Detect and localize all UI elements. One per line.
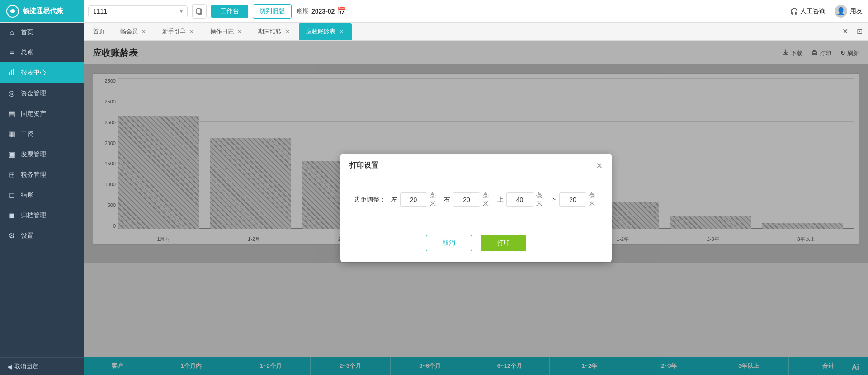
left-unit: 毫米 — [430, 192, 439, 208]
tab-member[interactable]: 畅会员 ✕ — [113, 23, 154, 40]
logo-area: 畅捷通易代账 — [0, 0, 84, 22]
consult-button[interactable]: 🎧 人工咨询 — [790, 7, 826, 15]
top-label: 上 — [497, 196, 504, 204]
sidebar-item-reports[interactable]: 报表中心 — [0, 62, 84, 83]
tab-period-end-label: 期末结转 — [258, 28, 282, 36]
sidebar-label-ledger: 总账 — [21, 48, 33, 56]
tab-aging[interactable]: 应收账龄表 ✕ — [299, 23, 352, 40]
bottom-unit: 毫米 — [589, 192, 598, 208]
sidebar-item-tax[interactable]: ⊞ 税务管理 — [0, 164, 84, 185]
dialog-header: 打印设置 ✕ — [340, 154, 612, 178]
chevron-down-icon: ▾ — [180, 8, 183, 14]
tab-guide-label: 新手引导 — [162, 28, 186, 36]
sidebar-item-settings[interactable]: ⚙ 设置 — [0, 225, 84, 246]
tab-oplog-close[interactable]: ✕ — [236, 28, 243, 35]
tab-window-actions: ✕ ⊡ — [839, 25, 866, 38]
svg-rect-2 — [197, 9, 201, 14]
tab-guide-close[interactable]: ✕ — [189, 28, 195, 35]
right-label: 右 — [444, 196, 450, 204]
assets-icon: ▤ — [7, 109, 16, 118]
period-label: 账期 — [296, 7, 309, 15]
page-content: 应收账龄表 下载 打印 ↻ 刷新 — [84, 41, 868, 375]
sidebar: ⌂ 首页 ≡ 总账 报表中心 ◎ 资金管理 ▤ 固定资产 ▦ — [0, 23, 84, 375]
left-margin-input[interactable] — [400, 192, 427, 207]
sidebar-label-closing: 结账 — [21, 191, 33, 199]
tab-home[interactable]: 首页 — [86, 23, 112, 40]
salary-icon: ▦ — [7, 130, 16, 138]
collapse-icon: ◀ — [7, 363, 12, 370]
sidebar-item-home[interactable]: ⌂ 首页 — [0, 23, 84, 42]
sidebar-label-tax: 税务管理 — [21, 171, 46, 179]
tab-oplog-label: 操作日志 — [210, 28, 234, 36]
sidebar-item-closing[interactable]: ◻ 结账 — [0, 185, 84, 205]
headset-icon: 🎧 — [790, 8, 798, 15]
period-area: 账期 2023-02 📅 — [296, 7, 346, 15]
maximize-window-button[interactable]: ⊡ — [853, 25, 866, 38]
right-margin-input[interactable] — [453, 192, 480, 207]
invoices-icon: ▣ — [7, 150, 16, 159]
logo-text: 畅捷通易代账 — [23, 7, 63, 15]
bottom-margin-input[interactable] — [559, 192, 586, 207]
tab-home-label: 首页 — [93, 28, 105, 36]
dialog-close-button[interactable]: ✕ — [596, 162, 603, 170]
ledger-icon: ≡ — [7, 48, 16, 56]
svg-rect-5 — [13, 69, 14, 75]
sidebar-label-home: 首页 — [21, 28, 33, 37]
svg-rect-4 — [11, 70, 12, 75]
sidebar-item-salary[interactable]: ▦ 工资 — [0, 124, 84, 144]
collapse-label: 取消固定 — [14, 362, 38, 370]
user-area[interactable]: 👤 用友 — [835, 5, 863, 18]
workbench-button[interactable]: 工作台 — [211, 5, 248, 18]
sidebar-label-archive: 归档管理 — [21, 211, 46, 220]
funds-icon: ◎ — [7, 89, 16, 98]
logo-icon — [6, 5, 19, 18]
sidebar-item-funds[interactable]: ◎ 资金管理 — [0, 83, 84, 103]
sidebar-collapse-button[interactable]: ◀ 取消固定 — [0, 357, 84, 375]
dialog-body: 边距调整： 左 毫米 右 毫米 上 — [340, 178, 612, 230]
tab-aging-close[interactable]: ✕ — [338, 28, 344, 35]
copy-button[interactable] — [192, 4, 207, 19]
tab-oplog[interactable]: 操作日志 ✕ — [203, 23, 250, 40]
archive-icon: ◼ — [7, 211, 16, 220]
tab-period-end[interactable]: 期末结转 ✕ — [251, 23, 298, 40]
sidebar-item-assets[interactable]: ▤ 固定资产 — [0, 103, 84, 124]
sidebar-item-invoices[interactable]: ▣ 发票管理 — [0, 144, 84, 164]
home-icon: ⌂ — [7, 28, 16, 37]
sidebar-label-reports: 报表中心 — [21, 69, 46, 77]
margin-row: 边距调整： 左 毫米 右 毫米 上 — [354, 192, 598, 208]
print-confirm-button[interactable]: 打印 — [481, 235, 526, 251]
top-unit: 毫米 — [536, 192, 545, 208]
settings-icon: ⚙ — [7, 231, 16, 240]
sidebar-label-salary: 工资 — [21, 130, 33, 138]
close-window-button[interactable]: ✕ — [839, 25, 851, 38]
dialog-title: 打印设置 — [349, 161, 378, 170]
margin-label: 边距调整： — [354, 196, 386, 204]
tax-icon: ⊞ — [7, 170, 16, 179]
tab-member-close[interactable]: ✕ — [141, 28, 147, 35]
cancel-button[interactable]: 取消 — [426, 235, 472, 251]
tab-period-end-close[interactable]: ✕ — [284, 28, 291, 35]
left-label: 左 — [391, 196, 397, 204]
calendar-icon[interactable]: 📅 — [337, 7, 346, 15]
sidebar-item-archive[interactable]: ◼ 归档管理 — [0, 205, 84, 225]
avatar: 👤 — [835, 5, 847, 18]
period-value: 2023-02 — [311, 8, 335, 15]
right-unit: 毫米 — [483, 192, 492, 208]
switch-version-button[interactable]: 切到旧版 — [253, 4, 292, 19]
tab-member-label: 畅会员 — [120, 28, 138, 36]
tab-aging-label: 应收账龄表 — [306, 28, 335, 36]
tab-bar: 首页 畅会员 ✕ 新手引导 ✕ 操作日志 ✕ 期末结转 ✕ 应收账龄表 ✕ ✕ … — [84, 23, 868, 41]
sidebar-label-assets: 固定资产 — [21, 110, 46, 118]
right-margin-group: 右 毫米 — [444, 192, 492, 208]
company-selector[interactable]: 1111 ▾ — [88, 5, 188, 17]
print-settings-dialog: 打印设置 ✕ 边距调整： 左 毫米 右 毫米 — [340, 154, 612, 262]
sidebar-item-ledger[interactable]: ≡ 总账 — [0, 42, 84, 62]
modal-overlay: 打印设置 ✕ 边距调整： 左 毫米 右 毫米 — [84, 41, 868, 375]
top-margin-input[interactable] — [506, 192, 533, 207]
consult-label: 人工咨询 — [800, 7, 826, 15]
tab-guide[interactable]: 新手引导 ✕ — [155, 23, 202, 40]
sidebar-label-settings: 设置 — [21, 232, 33, 240]
bottom-margin-group: 下 毫米 — [550, 192, 598, 208]
sidebar-label-invoices: 发票管理 — [21, 150, 46, 159]
user-name: 用友 — [850, 7, 863, 15]
